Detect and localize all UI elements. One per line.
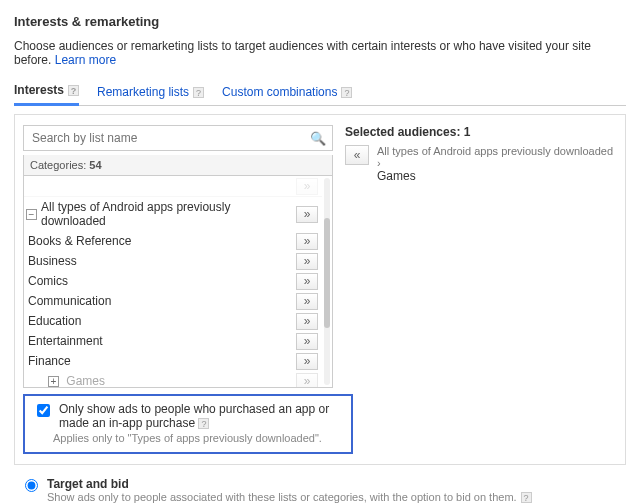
list-item[interactable]: Finance» [24, 351, 322, 371]
purchase-filter-label: Only show ads to people who purchased an… [59, 402, 343, 430]
radio-target-sub: Show ads only to people associated with … [47, 491, 517, 503]
tab-custom-label: Custom combinations [222, 85, 337, 99]
radio-target-input[interactable] [25, 479, 38, 492]
list-item[interactable]: Communication» [24, 291, 322, 311]
targeting-panel: 🔍 Categories: 54 » − All types of Androi… [14, 114, 626, 465]
purchase-filter-sub: Applies only to "Types of apps previousl… [53, 432, 343, 444]
add-button[interactable]: » [296, 273, 318, 290]
add-button[interactable]: » [296, 333, 318, 350]
list-item[interactable]: Business» [24, 251, 322, 271]
tab-interests-label: Interests [14, 83, 64, 97]
category-list: » − All types of Android apps previously… [23, 176, 333, 388]
add-button[interactable]: » [296, 178, 318, 195]
categories-label: Categories: [30, 159, 86, 171]
list-item[interactable]: Comics» [24, 271, 322, 291]
help-icon[interactable]: ? [198, 418, 209, 429]
page-description: Choose audiences or remarketing lists to… [14, 39, 626, 67]
scrollbar[interactable] [324, 178, 330, 385]
search-input[interactable] [30, 130, 310, 146]
help-icon[interactable]: ? [68, 85, 79, 96]
add-button[interactable]: » [296, 353, 318, 370]
selected-audience-item: « All types of Android apps previously d… [345, 145, 617, 183]
radio-target-label: Target and bid [47, 477, 129, 491]
list-item[interactable]: Education» [24, 311, 322, 331]
help-icon[interactable]: ? [341, 87, 352, 98]
selected-audiences-title: Selected audiences: 1 [345, 125, 617, 139]
tab-bar: Interests ? Remarketing lists ? Custom c… [14, 77, 626, 106]
list-item[interactable]: » [24, 176, 322, 197]
learn-more-link[interactable]: Learn more [55, 53, 116, 67]
tab-custom[interactable]: Custom combinations ? [222, 79, 352, 105]
add-button[interactable]: » [296, 313, 318, 330]
categories-bar: Categories: 54 [23, 155, 333, 176]
purchase-filter-checkbox[interactable] [37, 404, 50, 417]
search-input-container[interactable]: 🔍 [23, 125, 333, 151]
help-icon[interactable]: ? [193, 87, 204, 98]
categories-count: 54 [89, 159, 101, 171]
list-item[interactable]: Entertainment» [24, 331, 322, 351]
purchase-filter-block: Only show ads to people who purchased an… [23, 394, 353, 454]
remove-button[interactable]: « [345, 145, 369, 165]
selected-breadcrumb: All types of Android apps previously dow… [377, 145, 617, 169]
add-button[interactable]: » [296, 373, 318, 389]
category-parent-label: All types of Android apps previously dow… [41, 197, 296, 231]
add-button[interactable]: » [296, 206, 318, 223]
tab-remarketing[interactable]: Remarketing lists ? [97, 79, 204, 105]
scroll-thumb[interactable] [324, 218, 330, 328]
add-button[interactable]: » [296, 293, 318, 310]
search-icon: 🔍 [310, 131, 326, 146]
add-button[interactable]: » [296, 233, 318, 250]
radio-target-and-bid[interactable]: Target and bid Show ads only to people a… [20, 477, 620, 503]
list-item-parent[interactable]: − All types of Android apps previously d… [24, 197, 322, 231]
page-title: Interests & remarketing [14, 14, 626, 29]
help-icon[interactable]: ? [521, 492, 532, 503]
list-item[interactable]: Books & Reference» [24, 231, 322, 251]
expand-icon[interactable]: + [48, 376, 59, 387]
list-item-expandable[interactable]: + Games » [24, 371, 322, 388]
collapse-icon[interactable]: − [26, 209, 37, 220]
tab-interests[interactable]: Interests ? [14, 77, 79, 106]
selected-name: Games [377, 169, 617, 183]
tab-remarketing-label: Remarketing lists [97, 85, 189, 99]
add-button[interactable]: » [296, 253, 318, 270]
